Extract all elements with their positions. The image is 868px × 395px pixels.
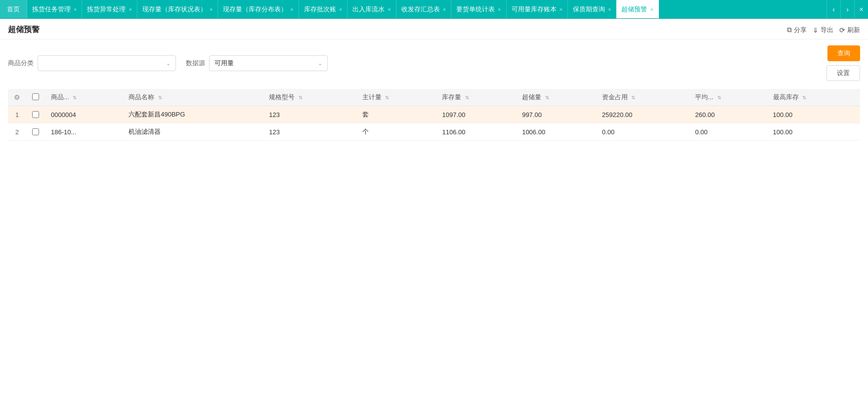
row-avg-1: 0.00 [689,123,767,141]
nav-tab-9[interactable]: 保质期查询 × [568,0,616,18]
th-stock-label: 库存量 [442,93,461,101]
th-code[interactable]: 商品... ⇅ [45,89,123,106]
export-button[interactable]: ⇓ 导出 [813,26,833,35]
row-num-label: 1 [15,111,19,118]
nav-tab-1-close[interactable]: × [129,6,131,12]
th-name[interactable]: 商品名称 ⇅ [123,89,263,106]
row-capital-1: 0.00 [596,123,689,141]
th-spec[interactable]: 规格型号 ⇅ [263,89,356,106]
export-icon: ⇓ [813,26,819,34]
datasource-filter-group: 数据源 可用量 ⌄ [186,55,328,71]
th-over-label: 超储量 [522,93,541,101]
row-unit-0: 套 [356,106,436,123]
nav-home[interactable]: 首页 [0,0,27,18]
category-select[interactable]: ⌄ [38,55,176,71]
nav-tab-9-label: 保质期查询 [573,5,605,14]
nav-tab-5[interactable]: 出入库流水 × [347,0,396,18]
nav-tab-10-label: 超储预警 [621,5,647,14]
share-button[interactable]: ⧉ 分享 [787,26,807,35]
nav-tab-9-close[interactable]: × [608,6,611,12]
row-avg-0: 260.00 [689,106,767,123]
nav-tab-7-close[interactable]: × [498,6,501,12]
th-spec-label: 规格型号 [269,93,295,101]
nav-tab-2[interactable]: 现存量（库存状况表） × [137,0,218,18]
refresh-icon: ⟳ [839,26,845,34]
nav-tab-3[interactable]: 现存量（库存分布表） × [218,0,299,18]
sort-over-icon: ⇅ [545,95,549,100]
table-header-row: ⚙ 商品... ⇅ 商品名称 ⇅ 规格型号 ⇅ 主计量 [8,89,860,106]
row-code-0: 0000004 [45,106,123,123]
nav-tab-6[interactable]: 收发存汇总表 × [396,0,451,18]
row-max-0: 100.00 [767,106,860,123]
sort-code-icon: ⇅ [73,95,77,100]
row-name-1: 机油滤清器 [123,123,263,141]
nav-arrows: ‹ › × [826,0,868,18]
sort-stock-icon: ⇅ [465,95,469,100]
th-avg[interactable]: 平均... ⇅ [689,89,767,106]
th-max-label: 最高库存 [773,93,799,101]
row-num-cell [26,106,45,123]
nav-arrow-left[interactable]: ‹ [826,0,840,18]
row-over-1: 1006.00 [516,123,596,141]
th-gear: ⚙ [8,89,26,106]
th-stock[interactable]: 库存量 ⇅ [436,89,516,106]
nav-tab-7-label: 要货单统计表 [456,5,495,14]
table-gear-icon[interactable]: ⚙ [14,93,20,101]
table-row: 1 0000004 六配套新昌490BPG 123 套 1097.00 997.… [8,106,860,123]
nav-tab-0-close[interactable]: × [74,6,77,12]
th-avg-label: 平均... [695,93,713,101]
th-code-label: 商品... [51,93,69,101]
nav-tab-0[interactable]: 拣货任务管理 × [27,0,82,18]
sort-unit-icon: ⇅ [385,95,389,100]
category-filter-group: 商品分类 ⌄ [8,55,176,71]
nav-tab-10-close[interactable]: × [650,6,653,12]
th-unit[interactable]: 主计量 ⇅ [356,89,436,106]
row-spec-1: 123 [263,123,356,141]
row-checkbox-1[interactable] [32,128,39,135]
row-gear-cell: 1 [8,106,26,123]
settings-button[interactable]: 设置 [826,65,860,81]
row-num-label: 2 [15,128,19,136]
share-icon: ⧉ [787,26,792,34]
sort-name-icon: ⇅ [158,95,162,100]
row-num-cell [26,123,45,141]
nav-tab-10[interactable]: 超储预警 × [616,0,658,18]
nav-tab-8-close[interactable]: × [560,6,563,12]
th-max[interactable]: 最高库存 ⇅ [767,89,860,106]
row-capital-0: 259220.00 [596,106,689,123]
nav-tab-4-label: 库存批次账 [304,5,336,14]
nav-tab-3-close[interactable]: × [290,6,293,12]
page-title: 超储预警 [8,25,40,35]
nav-tab-2-close[interactable]: × [210,6,213,12]
sort-capital-icon: ⇅ [631,95,635,100]
nav-tab-4[interactable]: 库存批次账 × [299,0,347,18]
nav-bar: 首页 拣货任务管理 × 拣货异常处理 × 现存量（库存状况表） × 现存量（库存… [0,0,868,19]
refresh-label: 刷新 [847,26,860,35]
row-unit-1: 个 [356,123,436,141]
nav-arrow-right[interactable]: › [840,0,854,18]
nav-tab-3-label: 现存量（库存分布表） [223,5,287,14]
query-button[interactable]: 查询 [827,45,860,61]
th-over[interactable]: 超储量 ⇅ [516,89,596,106]
header-actions: ⧉ 分享 ⇓ 导出 ⟳ 刷新 [787,26,860,35]
row-stock-1: 1106.00 [436,123,516,141]
row-stock-0: 1097.00 [436,106,516,123]
datasource-select[interactable]: 可用量 ⌄ [209,55,328,71]
sort-avg-icon: ⇅ [717,95,721,100]
nav-tab-7[interactable]: 要货单统计表 × [451,0,506,18]
table-row: 2 186-10... 机油滤清器 123 个 1106.00 1006.00 … [8,123,860,141]
select-all-checkbox[interactable] [32,93,39,100]
nav-tab-8[interactable]: 可用量库存账本 × [507,0,568,18]
nav-tab-6-close[interactable]: × [443,6,446,12]
nav-tab-1[interactable]: 拣货异常处理 × [82,0,137,18]
th-unit-label: 主计量 [362,93,382,101]
datasource-value: 可用量 [215,59,234,68]
th-capital-label: 资金占用 [602,93,628,101]
nav-arrow-close[interactable]: × [854,0,868,18]
refresh-button[interactable]: ⟳ 刷新 [839,26,860,35]
nav-tab-4-close[interactable]: × [339,6,342,12]
row-checkbox-0[interactable] [32,111,39,118]
th-capital[interactable]: 资金占用 ⇅ [596,89,689,106]
nav-tab-5-close[interactable]: × [388,6,391,12]
export-label: 导出 [821,26,833,35]
